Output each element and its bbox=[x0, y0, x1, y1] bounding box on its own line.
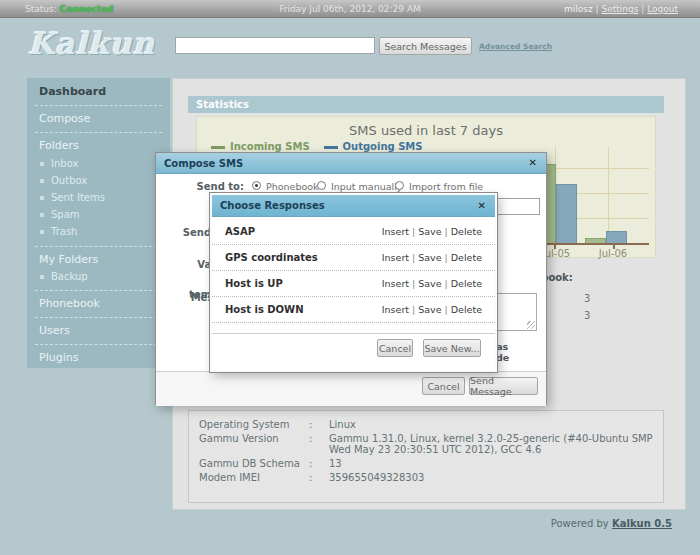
divider bbox=[35, 105, 162, 106]
outgoing-dash-icon bbox=[324, 146, 338, 149]
insert-link[interactable]: Insert bbox=[382, 252, 409, 263]
radio-phonebook[interactable] bbox=[252, 181, 261, 190]
response-row: Host is UP Insert|Save|Delete bbox=[212, 271, 495, 297]
sidebar-section-my-folders[interactable]: My FoldersAdd bbox=[27, 253, 170, 266]
user-menu: milosz | Settings | Logout bbox=[564, 4, 678, 14]
sidebar: Dashboard Compose Folders Inbox Outbox S… bbox=[27, 78, 170, 368]
response-name: ASAP bbox=[225, 226, 255, 237]
close-icon[interactable]: ✕ bbox=[529, 157, 537, 168]
incoming-dash-icon bbox=[211, 146, 225, 149]
gridline bbox=[608, 147, 609, 243]
sidebar-item-phonebook[interactable]: Phonebook bbox=[27, 297, 170, 310]
search-input[interactable] bbox=[175, 37, 375, 54]
bar-outgoing bbox=[606, 231, 627, 243]
footer: Powered by Kalkun 0.5 bbox=[551, 518, 672, 529]
phonebook-summary-value: 3 bbox=[584, 310, 590, 321]
sidebar-item-backup[interactable]: Backup bbox=[27, 271, 170, 282]
radio-import-from-file[interactable] bbox=[395, 181, 404, 190]
kalkun-version-link[interactable]: Kalkun 0.5 bbox=[612, 518, 672, 529]
sidebar-item-inbox[interactable]: Inbox bbox=[27, 158, 170, 169]
save-link[interactable]: Save bbox=[418, 252, 441, 263]
sidebar-item-trash[interactable]: Trash bbox=[27, 226, 170, 237]
legend-outgoing: Outgoing SMS bbox=[324, 141, 423, 152]
x-tick-label: Jul-06 bbox=[583, 248, 643, 259]
compose-cancel-button[interactable]: Cancel bbox=[422, 377, 465, 395]
save-link[interactable]: Save bbox=[418, 226, 441, 237]
info-row-db-schema: Gammu DB Schema : 13 bbox=[199, 458, 663, 469]
sidebar-item-outbox[interactable]: Outbox bbox=[27, 175, 170, 186]
response-name: GPS coordinates bbox=[225, 252, 318, 263]
close-icon[interactable]: ✕ bbox=[478, 200, 486, 211]
response-row: GPS coordinates Insert|Save|Delete bbox=[212, 245, 495, 271]
bullet-icon bbox=[40, 196, 44, 200]
system-info-box: Operating System : Linux Gammu Version :… bbox=[188, 410, 664, 503]
phonebook-summary-value: 3 bbox=[584, 293, 590, 304]
bar-outgoing bbox=[556, 184, 577, 243]
top-status-bar: Status: Connected Friday Jul 06th, 2012,… bbox=[0, 0, 700, 18]
info-row-gammu-version: Gammu Version : Gammu 1.31.0, Linux, ker… bbox=[199, 433, 663, 455]
insert-link[interactable]: Insert bbox=[382, 278, 409, 289]
sidebar-item-sent-items[interactable]: Sent Items bbox=[27, 192, 170, 203]
divider bbox=[35, 344, 162, 345]
response-name: Host is DOWN bbox=[225, 304, 304, 315]
bullet-icon bbox=[40, 179, 44, 183]
logout-link[interactable]: Logout bbox=[647, 4, 678, 14]
info-row-os: Operating System : Linux bbox=[199, 419, 663, 430]
delete-link[interactable]: Delete bbox=[451, 226, 482, 237]
delete-link[interactable]: Delete bbox=[451, 278, 482, 289]
responses-modal-header[interactable]: Choose Responses ✕ bbox=[212, 195, 495, 217]
sidebar-item-spam[interactable]: Spam bbox=[27, 209, 170, 220]
insert-link[interactable]: Insert bbox=[382, 226, 409, 237]
divider bbox=[35, 317, 162, 318]
legend-incoming: Incoming SMS bbox=[211, 141, 310, 152]
username: milosz bbox=[564, 4, 593, 14]
delete-link[interactable]: Delete bbox=[451, 252, 482, 263]
save-new-button[interactable]: Save New... bbox=[423, 339, 481, 357]
send-to-label: Send to: bbox=[162, 181, 244, 192]
radio-input-manually-label[interactable]: Input manually bbox=[331, 181, 402, 192]
responses-cancel-button[interactable]: Cancel bbox=[377, 339, 413, 357]
sidebar-item-dashboard[interactable]: Dashboard bbox=[27, 85, 170, 98]
divider bbox=[35, 132, 162, 133]
sidebar-item-plugins[interactable]: Plugins bbox=[27, 351, 170, 364]
sidebar-item-users[interactable]: Users bbox=[27, 324, 170, 337]
radio-input-manually[interactable] bbox=[317, 181, 326, 190]
save-link[interactable]: Save bbox=[418, 304, 441, 315]
delete-link[interactable]: Delete bbox=[451, 304, 482, 315]
search-messages-button[interactable]: Search Messages bbox=[379, 37, 472, 55]
bullet-icon bbox=[40, 230, 44, 234]
advanced-search-link[interactable]: Advanced Search bbox=[479, 42, 552, 51]
response-row: ASAP Insert|Save|Delete bbox=[212, 219, 495, 245]
sidebar-section-folders[interactable]: Folders bbox=[27, 139, 170, 152]
resize-grip[interactable] bbox=[527, 321, 535, 329]
settings-link[interactable]: Settings bbox=[601, 4, 638, 14]
statistics-header: Statistics bbox=[188, 96, 664, 113]
compose-modal-header[interactable]: Compose SMS ✕ bbox=[156, 153, 546, 174]
sidebar-item-compose[interactable]: Compose bbox=[27, 112, 170, 125]
choose-responses-modal: Choose Responses ✕ ASAP Insert|Save|Dele… bbox=[210, 193, 497, 372]
kalkun-app: Status: Connected Friday Jul 06th, 2012,… bbox=[0, 0, 700, 555]
response-name: Host is UP bbox=[225, 278, 283, 289]
separator: | bbox=[596, 4, 599, 14]
chart-title: SMS used in last 7 days bbox=[197, 123, 655, 138]
insert-link[interactable]: Insert bbox=[382, 304, 409, 315]
bullet-icon bbox=[40, 213, 44, 217]
kalkun-logo: Kalkun bbox=[28, 26, 155, 61]
radio-import-from-file-label[interactable]: Import from file bbox=[409, 181, 483, 192]
send-message-button[interactable]: Send Message bbox=[469, 377, 538, 395]
save-link[interactable]: Save bbox=[418, 278, 441, 289]
response-row: Host is DOWN Insert|Save|Delete bbox=[212, 297, 495, 323]
chart-legend: Incoming SMS Outgoing SMS bbox=[211, 141, 423, 152]
divider bbox=[35, 290, 162, 291]
radio-phonebook-label[interactable]: Phonebook bbox=[266, 181, 319, 192]
separator: | bbox=[641, 4, 644, 14]
info-row-modem-imei: Modem IMEI : 359655049328303 bbox=[199, 472, 663, 483]
bullet-icon bbox=[40, 275, 44, 279]
divider bbox=[35, 246, 162, 247]
bullet-icon bbox=[40, 162, 44, 166]
